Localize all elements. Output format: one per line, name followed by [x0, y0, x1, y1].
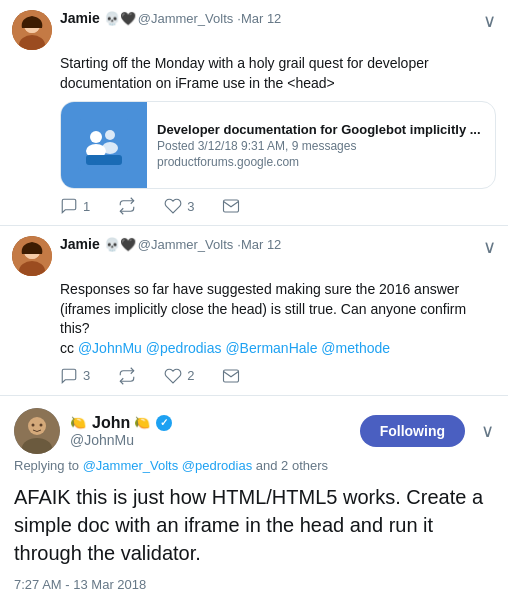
mention-jammer[interactable]: @Jammer_Volts: [83, 458, 179, 473]
tweet-2-actions: 3 2: [60, 367, 496, 385]
big-tweet: 🍋 John 🍋 ✓ @JohnMu Following ∨ Replying …: [0, 396, 508, 600]
tweet-2-body: Responses so far have suggested making s…: [60, 280, 496, 358]
mention-methode[interactable]: @methode: [321, 340, 390, 356]
tweet-2-meta: Jamie 💀🖤 @Jammer_Volts · Mar 12: [60, 236, 475, 252]
user-handle[interactable]: @Jammer_Volts: [138, 237, 234, 252]
big-user-info: 🍋 John 🍋 ✓ @JohnMu: [70, 414, 360, 448]
user-handle[interactable]: @Jammer_Volts: [138, 11, 234, 26]
user-name: Jamie: [60, 10, 100, 26]
tweet-more-icon[interactable]: ∨: [475, 236, 496, 258]
retweet-action[interactable]: [118, 197, 136, 215]
user-emoji: 💀🖤: [104, 237, 136, 252]
mention-johnmu[interactable]: @JohnMu: [78, 340, 142, 356]
tweet-1-meta: Jamie 💀🖤 @Jammer_Volts · Mar 12: [60, 10, 475, 26]
mention-pedro[interactable]: @pedrodias: [146, 340, 222, 356]
tweet-2: Jamie 💀🖤 @Jammer_Volts · Mar 12 ∨ Respon…: [0, 226, 508, 395]
user-name: Jamie: [60, 236, 100, 252]
john-avatar[interactable]: [14, 408, 60, 454]
tweet-more-icon[interactable]: ∨: [475, 10, 496, 32]
link-card-title: Developer documentation for Googlebot im…: [157, 122, 481, 137]
tweet-1-actions: 1 3: [60, 197, 496, 215]
link-card-content: Developer documentation for Googlebot im…: [147, 102, 491, 188]
big-user-name-row: 🍋 John 🍋 ✓: [70, 414, 360, 432]
emoji-before: 🍋: [70, 415, 86, 430]
replying-suffix: and 2 others: [252, 458, 328, 473]
big-user-name: John: [92, 414, 130, 432]
like-count: 2: [187, 368, 194, 383]
retweet-action[interactable]: [118, 367, 136, 385]
replying-prefix: Replying to: [14, 458, 83, 473]
emoji-after: 🍋: [134, 415, 150, 430]
user-emoji: 💀🖤: [104, 11, 136, 26]
tweet-1-body: Starting off the Monday with a holy grai…: [60, 54, 496, 93]
avatar[interactable]: [12, 236, 52, 276]
replying-to: Replying to @Jammer_Volts @pedrodias and…: [14, 458, 494, 473]
reply-count: 1: [83, 199, 90, 214]
svg-point-16: [28, 417, 46, 435]
avatar[interactable]: [12, 10, 52, 50]
tweet-2-text: Responses so far have suggested making s…: [60, 281, 466, 336]
svg-point-19: [40, 423, 43, 426]
big-tweet-header: 🍋 John 🍋 ✓ @JohnMu Following ∨: [14, 408, 494, 454]
tweet-date-value: Mar 12: [241, 237, 281, 252]
verified-badge: ✓: [156, 415, 172, 431]
mail-action[interactable]: [222, 197, 240, 215]
tweet-1-header: Jamie 💀🖤 @Jammer_Volts · Mar 12 ∨: [12, 10, 496, 50]
link-card-domain: productforums.google.com: [157, 155, 481, 169]
like-count: 3: [187, 199, 194, 214]
tweet-2-cc: cc: [60, 340, 78, 356]
like-action[interactable]: 2: [164, 367, 194, 385]
big-user-handle[interactable]: @JohnMu: [70, 432, 360, 448]
mention-berman[interactable]: @BermanHale: [225, 340, 317, 356]
tweet-2-header: Jamie 💀🖤 @Jammer_Volts · Mar 12 ∨: [12, 236, 496, 276]
tweet-more-icon[interactable]: ∨: [473, 420, 494, 442]
link-card[interactable]: Developer documentation for Googlebot im…: [60, 101, 496, 189]
link-card-meta: Posted 3/12/18 9:31 AM, 9 messages: [157, 139, 481, 153]
mention-pedro2[interactable]: @pedrodias: [182, 458, 252, 473]
like-action[interactable]: 3: [164, 197, 194, 215]
big-tweet-text: AFAIK this is just how HTML/HTML5 works.…: [14, 483, 494, 567]
reply-action[interactable]: 3: [60, 367, 90, 385]
reply-count: 3: [83, 368, 90, 383]
big-tweet-timestamp: 7:27 AM - 13 Mar 2018: [14, 577, 494, 600]
mail-action[interactable]: [222, 367, 240, 385]
svg-point-7: [105, 130, 115, 140]
svg-point-5: [90, 131, 102, 143]
svg-point-8: [102, 142, 118, 154]
reply-action[interactable]: 1: [60, 197, 90, 215]
tweet-date-value: Mar 12: [241, 11, 281, 26]
link-card-image: [61, 102, 147, 188]
tweet-1: Jamie 💀🖤 @Jammer_Volts · Mar 12 ∨ Starti…: [0, 0, 508, 226]
following-button[interactable]: Following: [360, 415, 465, 447]
svg-point-18: [32, 423, 35, 426]
